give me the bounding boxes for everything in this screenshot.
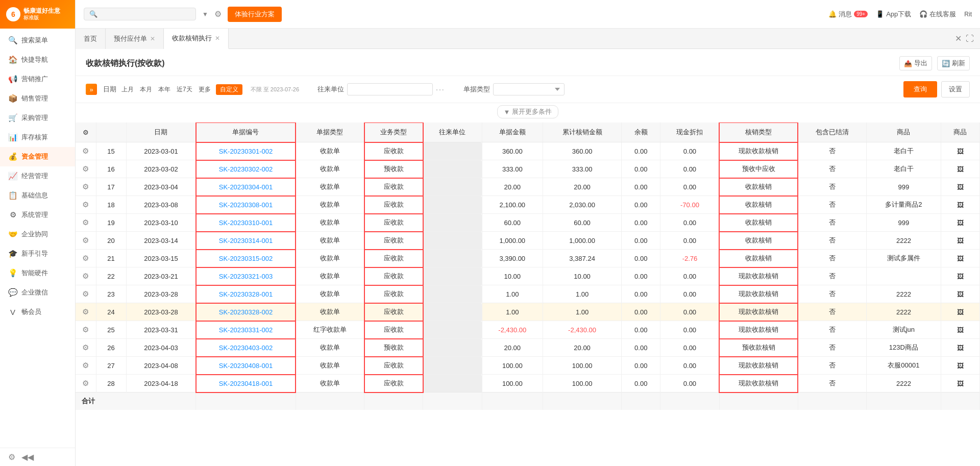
- doc-link[interactable]: SK-20230328-002: [219, 308, 273, 316]
- cell-doc_no[interactable]: SK-20230304-001: [196, 178, 296, 196]
- cell-doc_no[interactable]: SK-20230331-002: [196, 321, 296, 339]
- doc-link[interactable]: SK-20230315-002: [219, 255, 273, 262]
- topbar-gear-icon[interactable]: ⚙: [214, 9, 222, 19]
- date-opt-近7天[interactable]: 近7天: [175, 84, 194, 95]
- topbar-user[interactable]: Rit: [964, 11, 972, 18]
- cell-doc_no[interactable]: SK-20230321-003: [196, 267, 296, 285]
- cell-doc_no[interactable]: SK-20230328-001: [196, 285, 296, 303]
- doc-link[interactable]: SK-20230418-001: [219, 380, 273, 387]
- tab-close-receipt-exec[interactable]: ✕: [215, 35, 220, 42]
- settings-icon[interactable]: ⚙: [8, 452, 15, 462]
- doc-link[interactable]: SK-20230408-001: [219, 362, 273, 370]
- doc-link[interactable]: SK-20230310-001: [219, 219, 273, 227]
- cell-gear[interactable]: ⚙: [76, 178, 96, 196]
- cell-gear[interactable]: ⚙: [76, 267, 96, 285]
- custom-date-btn[interactable]: 自定义: [216, 84, 242, 95]
- date-opt-更多[interactable]: 更多: [197, 84, 213, 95]
- tab-prepay[interactable]: 预付应付单✕: [106, 29, 164, 49]
- table-row[interactable]: ⚙222023-03-21SK-20230321-003收款单应收款 10.00…: [76, 267, 980, 285]
- sidebar-item-member[interactable]: V畅会员: [0, 302, 75, 322]
- table-row[interactable]: ⚙182023-03-08SK-20230308-001收款单应收款 2,100…: [76, 196, 980, 214]
- doc-link[interactable]: SK-20230403-002: [219, 344, 273, 352]
- export-btn[interactable]: 📤 导出: [899, 56, 932, 70]
- table-row[interactable]: ⚙262023-04-03SK-20230403-002收款单预收款 20.00…: [76, 339, 980, 357]
- doc-link[interactable]: SK-20230308-001: [219, 201, 273, 209]
- cell-gear[interactable]: ⚙: [76, 214, 96, 232]
- cell-doc_no[interactable]: SK-20230314-001: [196, 232, 296, 250]
- table-row[interactable]: ⚙282023-04-18SK-20230418-001收款单应收款 100.0…: [76, 375, 980, 393]
- table-row[interactable]: ⚙212023-03-15SK-20230315-002收款单应收款 3,390…: [76, 250, 980, 267]
- cell-gear[interactable]: ⚙: [76, 339, 96, 357]
- doc-link[interactable]: SK-20230302-002: [219, 165, 273, 173]
- topbar-service[interactable]: 🎧 在线客服: [919, 10, 956, 19]
- cell-doc_no[interactable]: SK-20230408-001: [196, 357, 296, 375]
- sidebar-item-shortcut[interactable]: 🏠快捷导航: [0, 50, 75, 69]
- sidebar-item-marketing[interactable]: 📢营销推广: [0, 69, 75, 89]
- tab-home[interactable]: 首页: [76, 29, 106, 49]
- cell-gear[interactable]: ⚙: [76, 357, 96, 375]
- table-row[interactable]: ⚙232023-03-28SK-20230328-001收款单应收款 1.001…: [76, 285, 980, 303]
- cell-gear[interactable]: ⚙: [76, 232, 96, 250]
- expand-more-btn[interactable]: ▼ 展开更多条件: [497, 105, 559, 118]
- cell-doc_no[interactable]: SK-20230403-002: [196, 339, 296, 357]
- query-btn[interactable]: 查询: [903, 81, 937, 97]
- sidebar-item-basic[interactable]: 📋基础信息: [0, 186, 75, 205]
- maximize-btn[interactable]: ⛶: [966, 34, 974, 43]
- settings-btn[interactable]: 设置: [941, 81, 970, 97]
- cell-gear[interactable]: ⚙: [76, 375, 96, 393]
- sidebar-item-inventory[interactable]: 📊库存核算: [0, 128, 75, 147]
- topbar-dropdown[interactable]: ▼: [202, 11, 208, 18]
- sidebar-item-hardware[interactable]: 💡智能硬件: [0, 263, 75, 283]
- sidebar-item-enterprise[interactable]: 🤝企业协同: [0, 225, 75, 244]
- cell-doc_no[interactable]: SK-20230315-002: [196, 250, 296, 267]
- doctype-select[interactable]: 收款单 红字收款单: [493, 83, 565, 95]
- doc-link[interactable]: SK-20230304-001: [219, 183, 273, 191]
- partner-input[interactable]: [347, 83, 433, 95]
- cell-doc_no[interactable]: SK-20230301-002: [196, 142, 296, 160]
- sidebar-item-system[interactable]: ⚙系统管理: [0, 205, 75, 225]
- tab-receipt-exec[interactable]: 收款核销执行✕: [164, 29, 229, 49]
- refresh-btn[interactable]: 🔄 刷新: [937, 56, 970, 70]
- cell-doc_no[interactable]: SK-20230418-001: [196, 375, 296, 393]
- cell-doc_no[interactable]: SK-20230328-002: [196, 303, 296, 321]
- table-row[interactable]: ⚙242023-03-28SK-20230328-002收款单应收款 1.001…: [76, 303, 980, 321]
- doc-link[interactable]: SK-20230301-002: [219, 148, 273, 155]
- sidebar-item-wechat[interactable]: 💬企业微信: [0, 283, 75, 302]
- date-opt-本月[interactable]: 本月: [138, 84, 154, 95]
- cell-gear[interactable]: ⚙: [76, 142, 96, 160]
- table-row[interactable]: ⚙152023-03-01SK-20230301-002收款单应收款 360.0…: [76, 142, 980, 160]
- doc-link[interactable]: SK-20230314-001: [219, 237, 273, 244]
- doc-link[interactable]: SK-20230328-001: [219, 290, 273, 298]
- sidebar-item-guide[interactable]: 🎓新手引导: [0, 244, 75, 263]
- topbar-app[interactable]: 📱 App下载: [876, 10, 911, 19]
- topbar-messages[interactable]: 🔔 消息 99+: [828, 10, 868, 19]
- sidebar-item-purchase[interactable]: 🛒采购管理: [0, 108, 75, 128]
- cell-doc_no[interactable]: SK-20230310-001: [196, 214, 296, 232]
- topbar-search[interactable]: 🔍: [84, 8, 196, 20]
- cell-gear[interactable]: ⚙: [76, 196, 96, 214]
- table-row[interactable]: ⚙202023-03-14SK-20230314-001收款单应收款 1,000…: [76, 232, 980, 250]
- cell-gear[interactable]: ⚙: [76, 285, 96, 303]
- table-row[interactable]: ⚙162023-03-02SK-20230302-002收款单预收款 333.0…: [76, 160, 980, 178]
- doc-link[interactable]: SK-20230331-002: [219, 326, 273, 334]
- doc-link[interactable]: SK-20230321-003: [219, 273, 273, 280]
- table-row[interactable]: ⚙252023-03-31SK-20230331-002红字收款单应收款 -2,…: [76, 321, 980, 339]
- cell-gear[interactable]: ⚙: [76, 250, 96, 267]
- industry-btn[interactable]: 体验行业方案: [228, 7, 282, 22]
- close-window-btn[interactable]: ✕: [955, 34, 962, 43]
- sidebar-item-search[interactable]: 🔍搜索菜单: [0, 31, 75, 50]
- cell-gear[interactable]: ⚙: [76, 303, 96, 321]
- sidebar-item-sales[interactable]: 📦销售管理: [0, 89, 75, 108]
- filter-collapse-btn[interactable]: »: [86, 84, 97, 95]
- cell-gear[interactable]: ⚙: [76, 321, 96, 339]
- cell-doc_no[interactable]: SK-20230308-001: [196, 196, 296, 214]
- date-opt-上月[interactable]: 上月: [119, 84, 136, 95]
- collapse-icon[interactable]: ◀◀: [21, 452, 34, 462]
- sidebar-item-finance[interactable]: 💰资金管理: [0, 147, 75, 166]
- tab-close-prepay[interactable]: ✕: [150, 35, 155, 42]
- table-row[interactable]: ⚙172023-03-04SK-20230304-001收款单应收款 20.00…: [76, 178, 980, 196]
- table-row[interactable]: ⚙192023-03-10SK-20230310-001收款单应收款 60.00…: [76, 214, 980, 232]
- date-opt-本年[interactable]: 本年: [156, 84, 173, 95]
- cell-doc_no[interactable]: SK-20230302-002: [196, 160, 296, 178]
- cell-gear[interactable]: ⚙: [76, 160, 96, 178]
